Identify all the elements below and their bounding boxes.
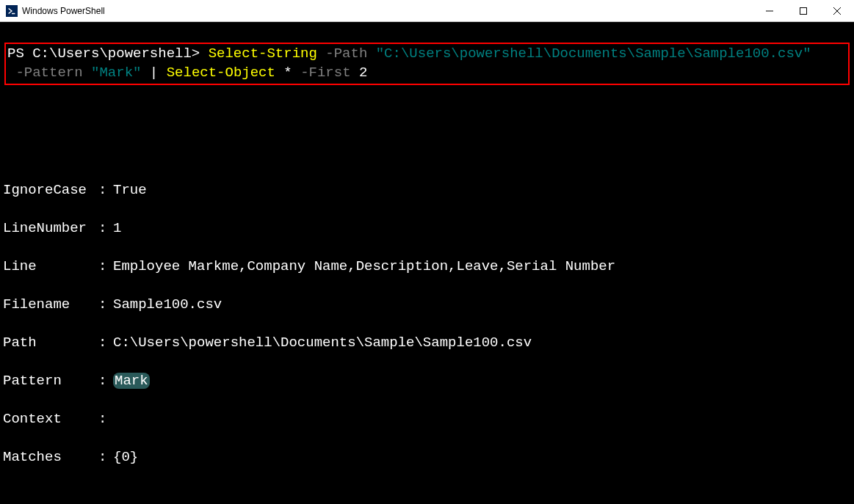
titlebar: Windows PowerShell	[0, 0, 854, 22]
minimize-button[interactable]	[753, 0, 786, 22]
label-line: Line	[3, 257, 98, 276]
path-arg: -Path	[317, 45, 376, 62]
value-context	[113, 409, 851, 428]
prompt: PS C:\Users\powershell>	[7, 45, 209, 62]
close-button[interactable]	[820, 0, 854, 22]
first-value: 2	[359, 65, 367, 81]
value-matches: {0}	[113, 448, 851, 467]
label-path: Path	[3, 333, 98, 352]
label-matches: Matches	[3, 448, 98, 467]
pipe: |	[141, 65, 166, 81]
value-filename: Sample100.csv	[113, 295, 851, 314]
terminal-body[interactable]: PS C:\Users\powershell> Select-String -P…	[0, 22, 854, 504]
value-path: C:\Users\powershell\Documents\Sample\Sam…	[113, 333, 851, 352]
pattern-value: "Mark"	[91, 65, 141, 81]
blank	[3, 104, 851, 123]
output-row: Context:	[3, 409, 851, 428]
value-linenumber: 1	[113, 219, 851, 238]
blank	[3, 142, 851, 161]
output-row: Matches:{0}	[3, 448, 851, 467]
svg-rect-2	[800, 7, 807, 14]
select-object-cmd: Select-Object	[167, 65, 275, 81]
output-row: Line:Employee Markme,Company Name,Descri…	[3, 257, 851, 276]
window-controls	[753, 0, 854, 22]
blank	[3, 486, 851, 504]
maximize-button[interactable]	[786, 0, 820, 22]
powershell-icon	[6, 5, 18, 17]
output-row: Path:C:\Users\powershell\Documents\Sampl…	[3, 333, 851, 352]
command-highlight-box: PS C:\Users\powershell> Select-String -P…	[4, 43, 850, 85]
value-pattern: Mark	[113, 371, 851, 390]
label-pattern: Pattern	[3, 371, 98, 390]
first-arg: -First	[300, 65, 359, 81]
star: *	[275, 65, 300, 81]
value-line: Employee Markme,Company Name,Description…	[113, 257, 851, 276]
output-row: Pattern:Mark	[3, 371, 851, 390]
label-ignorecase: IgnoreCase	[3, 180, 98, 200]
output-row: Filename:Sample100.csv	[3, 295, 851, 314]
window-title: Windows PowerShell	[22, 6, 105, 16]
output-row: LineNumber:1	[3, 219, 851, 238]
path-value: "C:\Users\powershell\Documents\Sample\Sa…	[376, 45, 811, 62]
value-ignorecase: True	[113, 180, 851, 200]
label-context: Context	[3, 409, 98, 428]
label-linenumber: LineNumber	[3, 219, 98, 238]
output-row: IgnoreCase:True	[3, 180, 851, 200]
pattern-arg: -Pattern	[7, 65, 91, 81]
titlebar-left: Windows PowerShell	[6, 5, 105, 17]
label-filename: Filename	[3, 295, 98, 314]
pattern-match-highlight: Mark	[113, 373, 150, 389]
select-string-cmd: Select-String	[209, 45, 317, 62]
